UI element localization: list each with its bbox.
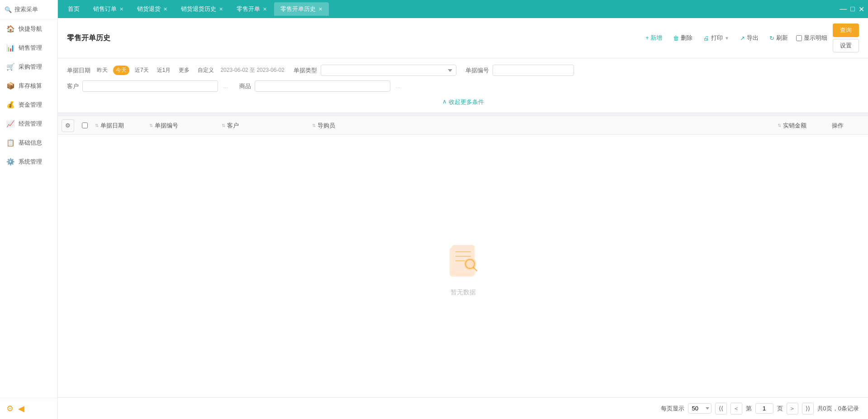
sort-icon-number: ⇅ (149, 123, 153, 128)
col-actions-label: 操作 (832, 122, 844, 130)
collapse-filter-row[interactable]: ∧ 收起更多条件 (67, 96, 859, 110)
refresh-button[interactable]: ↻ 刷新 (767, 32, 791, 44)
col-header-customer[interactable]: ⇅ 客户 (218, 122, 308, 130)
tab-bar: 首页 销售订单 ✕ 销货退货 ✕ 销货退货历史 ✕ 零售开单 ✕ 零售开单历史 … (58, 0, 868, 18)
date-btn-custom[interactable]: 自定义 (195, 66, 217, 75)
sidebar-bottom: ⚙ ◀ (0, 398, 57, 419)
doc-type-select[interactable] (321, 65, 456, 76)
tab-close-sales-return[interactable]: ✕ (163, 6, 167, 12)
tab-close-sales-order[interactable]: ✕ (119, 6, 123, 12)
purchase-icon: 🛒 (6, 63, 15, 71)
sidebar-item-label: 基础信息 (19, 139, 42, 147)
date-btn-1month[interactable]: 近1月 (154, 66, 174, 75)
date-btn-today[interactable]: 今天 (113, 66, 129, 75)
col-header-number[interactable]: ⇅ 单据编号 (146, 122, 218, 130)
sidebar-item-inventory[interactable]: 📦 库存核算 (0, 76, 57, 95)
customer-filter-field: 客户 ... (67, 80, 230, 92)
tab-sales-return[interactable]: 销货退货 ✕ (131, 2, 174, 16)
filter-row-2: 客户 ... 商品 ... (67, 80, 859, 92)
export-button[interactable]: ↗ 导出 (737, 32, 761, 44)
export-icon: ↗ (740, 35, 745, 42)
tab-home[interactable]: 首页 (62, 2, 86, 16)
date-btn-more[interactable]: 更多 (176, 66, 192, 75)
prev-page-button[interactable]: ＜ (730, 403, 742, 414)
tab-sales-return-label: 销货退货 (137, 5, 161, 13)
collapse-label: 收起更多条件 (449, 98, 484, 106)
doc-type-filter-field: 单据类型 (294, 65, 456, 76)
settings-bottom-icon[interactable]: ⚙ (6, 404, 14, 414)
delete-label: 删除 (681, 34, 693, 42)
print-button[interactable]: 🖨 打印 ▼ (701, 32, 732, 44)
col-header-guide[interactable]: ⇅ 导购员 (308, 122, 363, 130)
tab-close-retail-open-history[interactable]: ✕ (318, 6, 323, 12)
tab-sales-return-history[interactable]: 销货退货历史 ✕ (175, 2, 229, 16)
sidebar-item-basic-info[interactable]: 📋 基础信息 (0, 133, 57, 152)
setting-button[interactable]: 设置 (833, 39, 859, 52)
collapse-sidebar-icon[interactable]: ◀ (18, 404, 24, 414)
export-label: 导出 (747, 34, 759, 42)
system-icon: ⚙️ (6, 158, 15, 166)
col-header-date[interactable]: ⇅ 单据日期 (91, 122, 146, 130)
add-button[interactable]: + 新增 (643, 32, 665, 44)
goods-label: 商品 (239, 82, 251, 90)
tab-sales-return-history-label: 销货退货历史 (181, 5, 216, 13)
current-page-input[interactable]: 1 (755, 403, 773, 414)
search-icon: 🔍 (5, 6, 12, 13)
last-page-button[interactable]: ⟩⟩ (802, 403, 814, 414)
sidebar-item-label: 经营管理 (19, 120, 42, 128)
table-settings-button[interactable]: ⚙ (62, 119, 74, 132)
tab-retail-open-history[interactable]: 零售开单历史 ✕ (274, 2, 329, 16)
sidebar-item-label: 销售管理 (19, 44, 42, 52)
date-btn-yesterday[interactable]: 昨天 (94, 66, 110, 75)
col-amount-label: 实销金额 (783, 122, 806, 130)
delete-button[interactable]: 🗑 删除 (670, 32, 695, 44)
tab-close-sales-return-history[interactable]: ✕ (219, 6, 223, 12)
next-page-button[interactable]: ＞ (787, 403, 798, 414)
query-button[interactable]: 查询 (833, 24, 859, 37)
goods-input[interactable] (255, 80, 390, 92)
date-filter-field: 单据日期 昨天 今天 近7天 近1月 更多 自定义 2023-06-02 至 2… (67, 66, 285, 75)
tab-bar-close-icon[interactable]: ✕ (859, 5, 864, 14)
sidebar-item-sales-mgmt[interactable]: 📊 销售管理 (0, 38, 57, 57)
col-customer-label: 客户 (227, 122, 239, 130)
sidebar-item-quick-nav[interactable]: 🏠 快捷导航 (0, 19, 57, 38)
doc-num-label: 单据编号 (465, 66, 489, 75)
sidebar-item-finance[interactable]: 💰 资金管理 (0, 95, 57, 114)
customer-dots-button[interactable]: ... (222, 83, 230, 89)
sort-icon-guide: ⇅ (312, 123, 316, 128)
sidebar-search[interactable]: 🔍 搜索采单 (0, 0, 57, 19)
col-date-label: 单据日期 (100, 122, 124, 130)
finance-icon: 💰 (6, 101, 15, 109)
tab-bar-minimize-icon[interactable]: — (840, 5, 847, 13)
empty-illustration (441, 236, 486, 281)
tab-home-label: 首页 (68, 5, 80, 13)
customer-input[interactable] (82, 80, 218, 92)
select-all-checkbox[interactable] (78, 122, 91, 128)
sidebar-item-system-mgmt[interactable]: ⚙️ 系统管理 (0, 152, 57, 171)
sidebar-item-label: 资金管理 (19, 101, 42, 109)
col-header-amount[interactable]: ⇅ 实销金额 (774, 122, 828, 130)
tab-sales-order[interactable]: 销售订单 ✕ (87, 2, 130, 16)
sidebar-item-label: 库存核算 (19, 82, 42, 90)
tab-bar-maximize-icon[interactable]: □ (850, 5, 855, 13)
tab-close-retail-open[interactable]: ✕ (263, 6, 267, 12)
select-all-input[interactable] (82, 122, 88, 128)
refresh-icon: ↻ (769, 35, 774, 42)
sidebar-item-label: 快捷导航 (19, 25, 42, 33)
filter-area: 单据日期 昨天 今天 近7天 近1月 更多 自定义 2023-06-02 至 2… (58, 58, 868, 113)
sidebar-item-label: 系统管理 (19, 158, 42, 166)
date-btn-7days[interactable]: 近7天 (132, 66, 152, 75)
sidebar-item-purchase-mgmt[interactable]: 🛒 采购管理 (0, 57, 57, 76)
goods-dots-button[interactable]: ... (394, 83, 403, 89)
sidebar-item-operations[interactable]: 📈 经营管理 (0, 114, 57, 133)
first-page-button[interactable]: ⟨⟨ (715, 403, 727, 414)
display-detail-checkbox[interactable]: 显示明细 (796, 34, 827, 42)
doc-num-filter-field: 单据编号 (465, 65, 601, 76)
display-detail-input[interactable] (796, 35, 802, 41)
sort-icon-amount: ⇅ (778, 123, 781, 128)
per-page-select[interactable]: 50 100 200 (688, 403, 711, 414)
basic-info-icon: 📋 (6, 139, 15, 147)
tab-retail-open[interactable]: 零售开单 ✕ (230, 2, 273, 16)
trash-icon: 🗑 (673, 35, 679, 42)
doc-num-input[interactable] (493, 65, 574, 76)
